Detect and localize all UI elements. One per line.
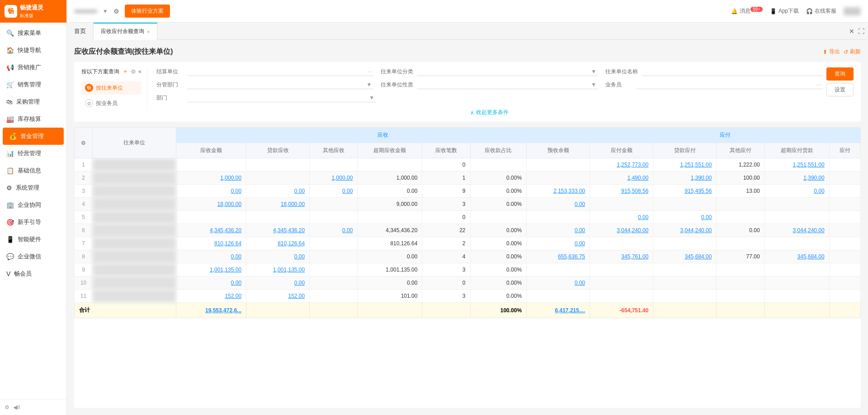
sidebar-item-finance[interactable]: 💰 资金管理 <box>3 128 64 145</box>
table-cell[interactable]: 3,044,240.00 <box>653 224 717 237</box>
table-cell[interactable]: 3,044,240.00 <box>764 224 829 237</box>
settlement-unit-field[interactable] <box>189 68 368 75</box>
table-cell[interactable]: 345,684.00 <box>764 250 829 263</box>
table-cell[interactable]: 0.00 <box>176 185 246 198</box>
col-settings-icon[interactable]: ⚙ <box>81 140 86 146</box>
table-row: 3■■■■■■■■0.000.000.000.0090.00%2,153,333… <box>75 185 861 198</box>
table-cell[interactable]: 152.00 <box>176 290 246 303</box>
sidebar-item-basic[interactable]: 📋 基础信息 <box>0 162 66 179</box>
table-cell <box>527 290 590 303</box>
sidebar-item-operations[interactable]: 📊 经营管理 <box>0 145 66 162</box>
sidebar-item-quicknav[interactable]: 🏠 快捷导航 <box>0 42 66 59</box>
table-cell[interactable]: 0.00 <box>246 250 310 263</box>
table-cell[interactable]: 1,001,135.00 <box>246 263 310 277</box>
query-mode-partner[interactable]: 畅 按往来单位 <box>81 81 142 95</box>
sidebar-item-purchase[interactable]: 🛍 采购管理 <box>0 93 66 110</box>
salesperson-dots[interactable]: ··· <box>816 81 821 88</box>
table-cell[interactable]: 0.00 <box>176 250 246 263</box>
trial-btn[interactable]: 体验行业方案 <box>125 5 170 18</box>
collapse-filter-btn[interactable]: ∧ 收起更多条件 <box>156 109 823 116</box>
table-cell[interactable]: 810,126.64 <box>246 237 310 250</box>
table-cell[interactable]: 152.00 <box>246 290 310 303</box>
table-cell[interactable]: 1,252,773.00 <box>590 158 653 172</box>
table-cell[interactable]: 0.00 <box>246 277 310 290</box>
table-cell[interactable]: 0.00 <box>176 277 246 290</box>
partner-nature-select[interactable]: ▼ <box>417 81 598 89</box>
table-cell[interactable]: 1,251,551.00 <box>653 158 717 172</box>
filter-wrapper: 按以下方案查询 ＋ ⊙ « 畅 按往来单位 ⊙ 按业务员 <box>81 67 854 116</box>
partner-name-label: 往来单位名称 <box>605 68 638 76</box>
filter-collapse-icon[interactable]: « <box>138 68 142 75</box>
sidebar-item-inventory[interactable]: 🏭 库存核算 <box>0 110 66 128</box>
sidebar-item-wechat[interactable]: 💬 企业微信 <box>0 248 66 265</box>
sidebar-item-sales[interactable]: 🛒 销售管理 <box>0 76 66 93</box>
table-cell[interactable]: 0.00 <box>527 198 590 211</box>
table-cell[interactable]: 0.00 <box>310 185 358 198</box>
table-cell[interactable]: 345,684.00 <box>653 250 717 263</box>
sidebar-item-hardware[interactable]: 📱 智能硬件 <box>0 231 66 248</box>
table-cell[interactable]: 1,000.00 <box>310 172 358 185</box>
collapse-sidebar-icon[interactable]: ◀II <box>13 404 20 410</box>
tabbar-controls: ✕ ⛶ <box>849 28 868 35</box>
close-window-icon[interactable]: ✕ <box>849 28 854 35</box>
table-cell[interactable]: 1,001,135.00 <box>176 263 246 277</box>
tab-close-icon[interactable]: × <box>147 29 150 34</box>
table-cell[interactable]: 655,636.75 <box>527 250 590 263</box>
settings-footer-icon[interactable]: ⚙ <box>5 404 9 410</box>
table-cell[interactable]: 0.00 <box>590 211 653 224</box>
table-cell[interactable]: 345,761.00 <box>590 250 653 263</box>
settlement-unit-input[interactable]: ··· <box>187 67 374 76</box>
filter-settings-icon[interactable]: ⊙ <box>131 68 136 75</box>
table-cell[interactable]: 0.00 <box>653 211 717 224</box>
table-cell[interactable]: 810,126.64 <box>176 237 246 250</box>
sidebar-item-guide[interactable]: 🎯 新手引导 <box>0 214 66 231</box>
salesperson-field[interactable] <box>638 81 816 88</box>
tab-home[interactable]: 首页 <box>67 23 94 40</box>
gear-icon[interactable]: ⚙ <box>113 8 119 15</box>
table-cell[interactable]: 1,390.00 <box>764 172 829 185</box>
table-cell[interactable]: 0.00 <box>527 237 590 250</box>
salesperson-input[interactable]: ··· <box>636 81 823 89</box>
sidebar-item-system[interactable]: ⚙ 系统管理 <box>0 179 66 196</box>
query-btn[interactable]: 查询 <box>826 67 854 81</box>
query-mode-salesperson[interactable]: ⊙ 按业务员 <box>81 96 142 110</box>
table-container[interactable]: ⚙ 往来单位 应收 应付 应收金额 贷款应收 其他应收 超期应收金额 应收笔数 … <box>74 127 861 408</box>
settlement-unit-dots[interactable]: ··· <box>367 68 372 75</box>
table-cell[interactable]: 0.00 <box>527 224 590 237</box>
table-cell[interactable]: 18,000.00 <box>176 198 246 211</box>
sidebar-item-member[interactable]: V 畅会员 <box>0 265 66 282</box>
chevron-down-icon[interactable]: ▼ <box>103 8 108 14</box>
sidebar-item-enterprise[interactable]: 🏢 企业协同 <box>0 196 66 214</box>
refresh-btn[interactable]: ↺ 刷新 <box>844 48 861 56</box>
table-cell[interactable]: 0.00 <box>246 185 310 198</box>
table-cell[interactable]: 1,490.00 <box>590 172 653 185</box>
table-cell[interactable]: 1,251,551.00 <box>764 158 829 172</box>
table-cell[interactable]: 0.00 <box>527 277 590 290</box>
table-cell[interactable]: 2,153,333.00 <box>527 185 590 198</box>
expand-icon[interactable]: ⛶ <box>858 28 864 35</box>
online-service-btn[interactable]: 🎧 在线客服 <box>806 7 836 15</box>
department-select[interactable]: ▼ <box>187 94 377 102</box>
partner-name-field[interactable] <box>643 68 821 75</box>
sidebar-item-search[interactable]: 🔍 搜索菜单 <box>0 24 66 42</box>
table-cell[interactable]: 4,345,436.20 <box>246 224 310 237</box>
table-cell[interactable]: 3,044,240.00 <box>590 224 653 237</box>
add-filter-icon[interactable]: ＋ <box>122 67 128 76</box>
table-cell[interactable]: 0.00 <box>310 224 358 237</box>
table-cell[interactable]: 1,390.00 <box>653 172 717 185</box>
table-cell[interactable]: 915,495.56 <box>653 185 717 198</box>
sidebar-item-marketing[interactable]: 📢 营销推广 <box>0 59 66 76</box>
app-download-btn[interactable]: 📱 App下载 <box>770 7 799 15</box>
tab-active[interactable]: 应收应付余额查询 × <box>94 23 157 40</box>
partner-category-select[interactable]: ▼ <box>417 67 598 76</box>
notifications-btn[interactable]: 🔔 消息 99+ <box>731 7 763 15</box>
table-cell[interactable]: 4,345,436.20 <box>176 224 246 237</box>
table-cell[interactable]: 0.00 <box>764 185 829 198</box>
table-cell[interactable]: 18,000.00 <box>246 198 310 211</box>
settings-btn[interactable]: 设置 <box>826 83 854 96</box>
table-cell[interactable]: 1,000.00 <box>176 172 246 185</box>
table-cell[interactable]: 915,508.56 <box>590 185 653 198</box>
branch-dept-select[interactable]: ▼ <box>187 81 374 89</box>
partner-name-input[interactable] <box>642 67 823 76</box>
export-btn[interactable]: ⬆ 导出 <box>823 48 840 56</box>
